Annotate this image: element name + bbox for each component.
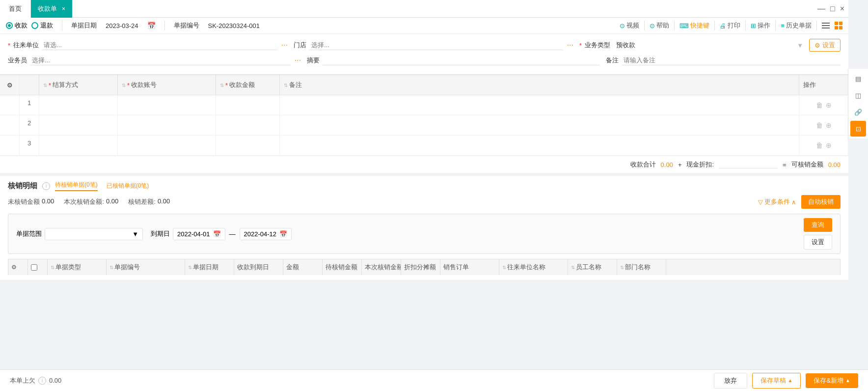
range-select[interactable]: ▼ bbox=[45, 228, 143, 240]
select-all-checkbox[interactable] bbox=[31, 264, 37, 271]
sort-docdate: ⇅ bbox=[188, 265, 192, 270]
copy-icon-2[interactable]: ⊕ bbox=[826, 121, 832, 129]
row-amount-3[interactable] bbox=[216, 136, 280, 155]
unchecked-stat: 未核销金额 0.00 bbox=[8, 197, 54, 206]
print-btn[interactable]: 🖨 打印 bbox=[720, 21, 740, 30]
close-btn[interactable]: × bbox=[840, 4, 844, 13]
filter-form: 单据范围 ▼ 到期日 2022-04-01 📅 — 2022-04-12 � bbox=[8, 214, 841, 254]
settings-gear-col: ⚙ bbox=[7, 82, 13, 89]
menu-icon[interactable] bbox=[822, 23, 830, 28]
row-amount-2[interactable] bbox=[216, 115, 280, 135]
filter-icon: ▽ bbox=[758, 198, 763, 206]
shop-input[interactable] bbox=[309, 40, 563, 50]
sidebar-table-icon[interactable]: ▤ bbox=[850, 71, 866, 86]
recon-th-discount: 折扣分摊额 bbox=[401, 259, 440, 275]
copy-icon-1[interactable]: ⊕ bbox=[826, 101, 832, 109]
recon-th-checkbox[interactable] bbox=[28, 259, 48, 275]
counterpart-label: 往来单位 bbox=[13, 41, 39, 50]
ops-btn[interactable]: ⊞ 操作 bbox=[751, 21, 770, 30]
biz-type-arrow[interactable]: ▼ bbox=[797, 42, 803, 49]
date-from-input[interactable]: 2022-04-01 📅 bbox=[173, 228, 225, 240]
biz-type-label: 业务类型 bbox=[585, 41, 610, 50]
radio-refund[interactable]: 退款 bbox=[31, 21, 53, 30]
row-account-1[interactable] bbox=[118, 95, 216, 115]
sidebar-link-icon[interactable]: 🔗 bbox=[850, 104, 866, 120]
video-btn[interactable]: ⊙ 视频 bbox=[620, 21, 639, 30]
sidebar-doc-icon[interactable]: ◫ bbox=[850, 87, 866, 103]
recon-th-current-label: 本次核销金额 bbox=[365, 263, 401, 272]
row-settlement-3[interactable] bbox=[39, 136, 118, 155]
row-remark-3[interactable] bbox=[280, 136, 799, 155]
bottom-info-icon[interactable]: i bbox=[38, 377, 46, 385]
receipt-table: ⚙ ⇅ * 结算方式 ⇅ * 收款账号 ⇅ * 收款金额 ⇅ 备注 bbox=[0, 75, 848, 173]
table-row: 1 🗑 ⊕ bbox=[0, 95, 848, 115]
settings-button[interactable]: ⚙ 设置 bbox=[809, 39, 841, 52]
remark-input[interactable] bbox=[622, 56, 841, 65]
copy-icon-3[interactable]: ⊕ bbox=[826, 141, 832, 149]
tab-receipt[interactable]: 收款单 × bbox=[31, 0, 72, 18]
row-action-3: 🗑 ⊕ bbox=[799, 136, 848, 155]
toolbar: 收款 退款 单据日期 2023-03-24 📅 单据编号 SK-20230324… bbox=[0, 18, 848, 34]
help-btn[interactable]: ⊙ 帮助 bbox=[650, 21, 669, 30]
row-settings-1 bbox=[0, 95, 20, 115]
discard-button[interactable]: 放弃 bbox=[714, 373, 747, 389]
more-conditions-btn[interactable]: ▽ 更多条件 ∧ bbox=[758, 197, 796, 206]
maximize-btn[interactable]: □ bbox=[830, 4, 835, 13]
col-settings[interactable]: ⚙ bbox=[0, 75, 20, 95]
date-to-input[interactable]: 2022-04-12 📅 bbox=[240, 228, 292, 240]
range-field: 单据范围 ▼ bbox=[16, 228, 143, 240]
delete-icon-2[interactable]: 🗑 bbox=[816, 121, 823, 129]
row-account-2[interactable] bbox=[118, 115, 216, 135]
row-remark-1[interactable] bbox=[280, 95, 799, 115]
recon-th-duedate: 收款到期日 bbox=[234, 259, 283, 275]
row-settings-3 bbox=[0, 136, 20, 155]
grid-cell-1 bbox=[835, 22, 838, 25]
staff-input[interactable] bbox=[30, 56, 291, 65]
discount-input[interactable] bbox=[719, 161, 778, 168]
recon-settings-button[interactable]: 设置 bbox=[804, 235, 832, 250]
row-remark-2[interactable] bbox=[280, 115, 799, 135]
date-range: 2022-04-01 📅 — 2022-04-12 📅 bbox=[173, 228, 292, 240]
row-amount-1[interactable] bbox=[216, 95, 280, 115]
recon-th-doctype-label: 单据类型 bbox=[55, 263, 81, 272]
draft-label: 保存草稿 bbox=[760, 376, 786, 385]
delete-icon-3[interactable]: 🗑 bbox=[816, 141, 823, 149]
row-settlement-2[interactable] bbox=[39, 115, 118, 135]
calendar-icon[interactable]: 📅 bbox=[147, 22, 156, 29]
shortcut-btn[interactable]: ⌨ 快捷键 bbox=[679, 21, 709, 30]
summary-input[interactable] bbox=[323, 56, 600, 65]
sort-icon-settlement: ⇅ bbox=[43, 83, 47, 88]
current-value: 0.00 bbox=[106, 197, 118, 206]
due-date-field: 到期日 2022-04-01 📅 — 2022-04-12 📅 bbox=[151, 228, 292, 240]
delete-icon-1[interactable]: 🗑 bbox=[816, 101, 823, 109]
radio-receipt[interactable]: 收款 bbox=[6, 21, 27, 30]
tab-home[interactable]: 首页 bbox=[0, 0, 31, 18]
grid-icon[interactable] bbox=[835, 22, 842, 29]
query-button[interactable]: 查询 bbox=[804, 218, 832, 232]
draft-button[interactable]: 保存草稿 ▲ bbox=[752, 373, 801, 389]
draft-arrow-icon: ▲ bbox=[788, 378, 793, 383]
staff-more-icon[interactable]: ··· bbox=[295, 56, 301, 65]
counterpart-input[interactable] bbox=[42, 40, 277, 50]
recon-th-sales: 销售订单 bbox=[440, 259, 499, 275]
tab-close-icon[interactable]: × bbox=[62, 5, 65, 12]
info-icon[interactable]: i bbox=[42, 182, 50, 190]
minimize-btn[interactable]: — bbox=[817, 4, 825, 13]
row-settlement-1[interactable] bbox=[39, 95, 118, 115]
recon-th-settings[interactable]: ⚙ bbox=[8, 259, 28, 275]
bottom-right: 放弃 保存草稿 ▲ 保存&新增 ▲ bbox=[714, 373, 858, 389]
auto-reconcile-btn[interactable]: 自动核销 bbox=[801, 195, 841, 209]
form-row-2: 业务员 ··· 摘要 备注 bbox=[8, 56, 841, 65]
done-tab[interactable]: 已核销单据(0笔) bbox=[107, 182, 149, 190]
shop-more-icon[interactable]: ··· bbox=[567, 41, 573, 50]
save-button[interactable]: 保存&新增 ▲ bbox=[806, 373, 858, 388]
th-account-label: 收款账号 bbox=[131, 81, 157, 89]
settings-label: 设置 bbox=[822, 41, 835, 50]
sidebar-expand-icon[interactable]: ⊡ bbox=[850, 121, 866, 137]
history-btn[interactable]: ≡ 历史单据 bbox=[781, 21, 812, 30]
th-remark: ⇅ 备注 bbox=[280, 75, 799, 95]
row-account-3[interactable] bbox=[118, 136, 216, 155]
counterpart-more-icon[interactable]: ··· bbox=[281, 41, 288, 50]
pending-tab[interactable]: 待核销单据(0笔) bbox=[55, 181, 98, 191]
tab-receipt-label: 收款单 bbox=[38, 4, 57, 13]
